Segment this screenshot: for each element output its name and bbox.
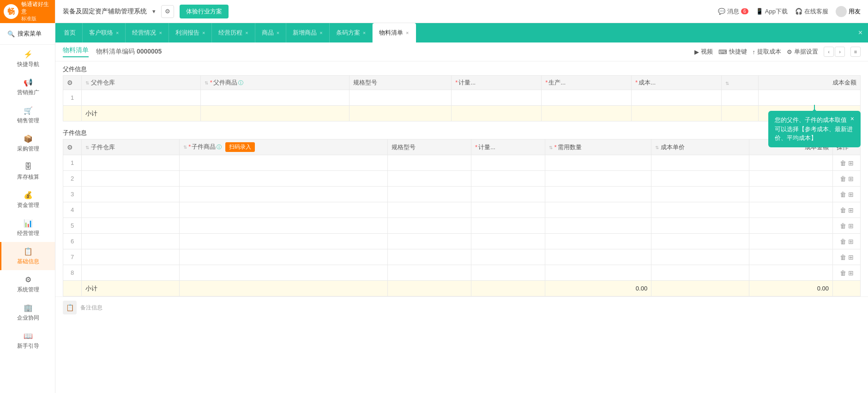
child-row-2-amount[interactable] (749, 171, 832, 187)
prev-arrow[interactable]: ‹ (824, 47, 834, 57)
nav-tab-新增商品[interactable]: 新增商品× (286, 23, 329, 42)
child-row-8-needed-qty[interactable] (545, 265, 651, 281)
child-row-5-product[interactable] (179, 218, 387, 234)
parent-col-settings[interactable]: ⚙ (63, 76, 82, 90)
child-row-5-needed-qty[interactable] (545, 218, 651, 234)
sidebar-item-enterprise[interactable]: 🏢 企业协同 (0, 298, 55, 326)
sub-tab-bom[interactable]: 物料清单 (63, 46, 89, 57)
child-row-1-delete-icon[interactable]: 🗑 (840, 159, 846, 167)
child-row-7-unit[interactable] (471, 249, 545, 265)
child-row-7-amount[interactable] (749, 249, 832, 265)
child-row-4-warehouse[interactable] (82, 202, 180, 218)
child-row-3-amount[interactable] (749, 187, 832, 202)
next-arrow[interactable]: › (835, 47, 845, 57)
sidebar-item-quick-nav[interactable]: ⚡ 快捷导航 (0, 45, 55, 73)
message-button[interactable]: 💬 消息 6 (718, 7, 748, 16)
child-row-5-copy-icon[interactable]: ⊞ (848, 222, 854, 230)
sidebar-item-purchase[interactable]: 📦 采购管理 (0, 129, 55, 157)
nav-tab-客户联络[interactable]: 客户联络× (83, 23, 126, 42)
child-row-6-amount[interactable] (749, 234, 832, 249)
child-row-7-spec[interactable] (387, 249, 471, 265)
child-row-5-warehouse[interactable] (82, 218, 180, 234)
sidebar-search-area[interactable]: 🔍 搜索菜单 (0, 23, 55, 45)
child-row-6-spec[interactable] (387, 234, 471, 249)
child-row-4-unit[interactable] (471, 202, 545, 218)
nav-tab-物料清单[interactable]: 物料清单× (373, 23, 416, 42)
experience-button[interactable]: 体验行业方案 (180, 5, 229, 18)
child-row-4-delete-icon[interactable]: 🗑 (840, 206, 846, 214)
child-row-1-spec[interactable] (387, 155, 471, 171)
sidebar-item-marketing[interactable]: 📢 营销推广 (0, 73, 55, 101)
sidebar-item-sales[interactable]: 🛒 销售管理 (0, 101, 55, 129)
sidebar-item-finance[interactable]: 💰 资金管理 (0, 186, 55, 214)
nav-tab-close-icon[interactable]: × (319, 30, 322, 36)
child-row-8-amount[interactable] (749, 265, 832, 281)
child-row-1-warehouse[interactable] (82, 155, 180, 171)
sidebar-item-system[interactable]: ⚙ 系统管理 (0, 270, 55, 298)
parent-col-warehouse[interactable]: ⇅ 父件仓库 (82, 76, 201, 90)
child-row-1-unit-cost[interactable] (651, 155, 749, 171)
parent-row-1-warehouse[interactable] (82, 90, 201, 106)
nav-tab-首页[interactable]: 首页 (57, 23, 83, 42)
tooltip-close-button[interactable]: × (850, 115, 854, 122)
nav-tab-close-icon[interactable]: × (159, 30, 162, 36)
child-row-8-product[interactable] (179, 265, 387, 281)
child-row-7-delete-icon[interactable]: 🗑 (840, 254, 846, 261)
search-menu-button[interactable]: 🔍 搜索菜单 (4, 27, 51, 41)
nav-tab-close-icon[interactable]: × (245, 30, 248, 36)
nav-tab-close-icon[interactable]: × (363, 30, 366, 36)
scan-input-button[interactable]: 扫码录入 (225, 142, 255, 152)
child-row-7-product[interactable] (179, 249, 387, 265)
child-row-1-unit[interactable] (471, 155, 545, 171)
child-row-5-amount[interactable] (749, 218, 832, 234)
sidebar-item-basic-info[interactable]: 📋 基础信息 (0, 242, 55, 270)
child-row-6-unit-cost[interactable] (651, 234, 749, 249)
child-col-product[interactable]: ⇅ *子件商品ⓘ 扫码录入 (179, 139, 387, 155)
parent-row-1-produce[interactable] (542, 90, 632, 106)
online-service-button[interactable]: 🎧 在线客服 (795, 7, 828, 16)
grid-view-button[interactable]: ≡ (850, 47, 861, 57)
view-action[interactable]: ▶ 视频 (694, 48, 713, 56)
child-row-4-needed-qty[interactable] (545, 202, 651, 218)
child-row-2-product[interactable] (179, 171, 387, 187)
nav-tab-商品[interactable]: 商品× (255, 23, 286, 42)
child-row-3-needed-qty[interactable] (545, 187, 651, 202)
child-row-2-needed-qty[interactable] (545, 171, 651, 187)
child-row-4-amount[interactable] (749, 202, 832, 218)
child-row-3-copy-icon[interactable]: ⊞ (848, 191, 854, 198)
child-row-3-warehouse[interactable] (82, 187, 180, 202)
child-row-2-spec[interactable] (387, 171, 471, 187)
child-row-5-delete-icon[interactable]: 🗑 (840, 222, 846, 230)
nav-tab-经营历程[interactable]: 经营历程× (212, 23, 255, 42)
nav-tab-利润报告[interactable]: 利润报告× (169, 23, 212, 42)
parent-row-1-product[interactable] (201, 90, 350, 106)
single-settings-action[interactable]: ⚙ 单据设置 (787, 48, 818, 56)
nav-tab-close-icon[interactable]: × (116, 30, 119, 36)
child-row-2-delete-icon[interactable]: 🗑 (840, 175, 846, 182)
nav-tab-条码方案[interactable]: 条码方案× (330, 23, 373, 42)
shortcut-action[interactable]: ⌨ 快捷键 (718, 48, 747, 56)
child-col-settings[interactable]: ⚙ (63, 139, 82, 155)
child-row-4-unit-cost[interactable] (651, 202, 749, 218)
child-row-1-needed-qty[interactable] (545, 155, 651, 171)
child-row-4-spec[interactable] (387, 202, 471, 218)
parent-row-1-cost[interactable] (632, 90, 722, 106)
child-row-5-unit[interactable] (471, 218, 545, 234)
user-button[interactable]: 用友 (836, 6, 861, 17)
nav-tab-close-icon[interactable]: × (202, 30, 205, 36)
gear-button[interactable]: ⚙ (161, 5, 174, 18)
bottom-action-icon[interactable]: 📋 (63, 301, 77, 314)
child-row-7-warehouse[interactable] (82, 249, 180, 265)
parent-col-product[interactable]: ⇅ *父件商品ⓘ (201, 76, 350, 90)
child-row-8-delete-icon[interactable]: 🗑 (840, 269, 846, 277)
nav-tab-close-icon[interactable]: × (406, 30, 409, 36)
child-row-8-spec[interactable] (387, 265, 471, 281)
sidebar-item-operations[interactable]: 📊 经营管理 (0, 214, 55, 242)
child-row-6-product[interactable] (179, 234, 387, 249)
child-row-6-delete-icon[interactable]: 🗑 (840, 238, 846, 245)
child-row-2-unit[interactable] (471, 171, 545, 187)
child-row-3-unit[interactable] (471, 187, 545, 202)
child-row-1-copy-icon[interactable]: ⊞ (848, 159, 854, 167)
child-row-5-unit-cost[interactable] (651, 218, 749, 234)
child-row-3-delete-icon[interactable]: 🗑 (840, 191, 846, 198)
